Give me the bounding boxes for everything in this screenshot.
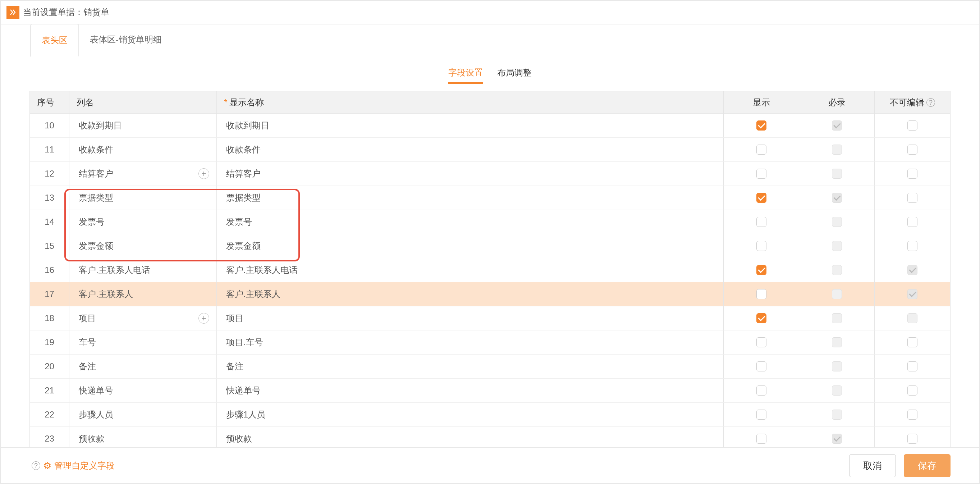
area-tabs: 表头区表体区-销货单明细: [1, 24, 979, 57]
checkbox-required: [832, 121, 842, 131]
table-body: 10收款到期日收款到期日11收款条件收款条件12结算客户+结算客户13票据类型票…: [30, 114, 950, 451]
help-icon[interactable]: ?: [926, 98, 935, 107]
cell-display-name[interactable]: 客户.主联系人: [217, 282, 724, 306]
cell-display-name[interactable]: 备注: [217, 355, 724, 378]
manage-custom-fields-link[interactable]: 管理自定义字段: [54, 460, 115, 471]
checkbox-no-edit: [907, 265, 918, 275]
cell-display-name[interactable]: 发票金额: [217, 234, 724, 258]
col-name-text: 发票号: [79, 216, 105, 228]
checkbox-show[interactable]: [756, 289, 767, 299]
table-row: 22步骤人员步骤1人员: [30, 403, 950, 427]
cell-required: [799, 258, 875, 282]
checkbox-show[interactable]: [756, 361, 767, 371]
tab-0[interactable]: 表头区: [30, 24, 79, 57]
checkbox-no-edit[interactable]: [907, 385, 918, 396]
cell-col-name: 车号: [69, 330, 217, 354]
cell-show: [724, 379, 799, 402]
cell-required: [799, 210, 875, 234]
checkbox-no-edit[interactable]: [907, 193, 918, 203]
cell-required: [799, 138, 875, 161]
cell-display-name[interactable]: 发票号: [217, 210, 724, 234]
checkbox-show[interactable]: [756, 337, 767, 347]
cell-seq: 17: [30, 282, 69, 306]
expand-sidebar-button[interactable]: [6, 6, 19, 19]
checkbox-required: [832, 434, 842, 444]
cell-no-edit: [875, 282, 950, 306]
checkbox-no-edit[interactable]: [907, 241, 918, 251]
col-name-text: 票据类型: [79, 192, 113, 204]
checkbox-show[interactable]: [756, 313, 767, 323]
col-name-text: 项目: [79, 312, 96, 324]
cell-display-name[interactable]: 步骤1人员: [217, 403, 724, 427]
checkbox-show[interactable]: [756, 145, 767, 154]
footer-right: 取消 保存: [849, 454, 951, 477]
checkbox-no-edit[interactable]: [907, 145, 918, 154]
cell-required: [799, 282, 875, 306]
col-name-text: 收款条件: [79, 144, 113, 155]
checkbox-no-edit[interactable]: [907, 337, 918, 347]
cell-no-edit: [875, 355, 950, 378]
cell-col-name: 发票金额: [69, 234, 217, 258]
cell-display-name[interactable]: 结算客户: [217, 162, 724, 186]
footer-left: ? ⚙ 管理自定义字段: [29, 460, 115, 471]
checkbox-required: [832, 145, 842, 154]
required-star-icon: *: [224, 97, 227, 108]
checkbox-show[interactable]: [756, 265, 767, 275]
cell-no-edit: [875, 330, 950, 354]
checkbox-show[interactable]: [756, 434, 767, 444]
cell-display-name[interactable]: 收款条件: [217, 138, 724, 161]
cell-required: [799, 403, 875, 427]
sub-tabs: 字段设置布局调整: [1, 57, 979, 91]
header-required: 必录: [799, 91, 875, 113]
field-table: 序号 列名 * 显示名称 显示 必录 不可编辑 ? 10收款到期日收款到期日11…: [29, 91, 951, 451]
cell-col-name: 收款到期日: [69, 114, 217, 137]
save-button[interactable]: 保存: [904, 454, 951, 477]
checkbox-required: [832, 361, 842, 371]
cell-col-name: 备注: [69, 355, 217, 378]
cell-display-name[interactable]: 客户.主联系人电话: [217, 258, 724, 282]
cell-col-name: 票据类型: [69, 186, 217, 210]
cell-display-name[interactable]: 收款到期日: [217, 114, 724, 137]
checkbox-show[interactable]: [756, 217, 767, 227]
cell-show: [724, 162, 799, 186]
table-row: 12结算客户+结算客户: [30, 162, 950, 186]
cell-seq: 19: [30, 330, 69, 354]
cell-display-name[interactable]: 项目.车号: [217, 330, 724, 354]
checkbox-show[interactable]: [756, 121, 767, 131]
cell-display-name[interactable]: 票据类型: [217, 186, 724, 210]
tab-1[interactable]: 表体区-销货单明细: [79, 24, 173, 57]
cell-no-edit: [875, 403, 950, 427]
cell-no-edit: [875, 162, 950, 186]
add-field-button[interactable]: +: [199, 168, 209, 179]
cell-show: [724, 114, 799, 137]
checkbox-show[interactable]: [756, 385, 767, 396]
cell-show: [724, 403, 799, 427]
add-field-button[interactable]: +: [199, 313, 209, 324]
cell-show: [724, 186, 799, 210]
col-name-text: 结算客户: [79, 168, 113, 180]
footer-help-icon[interactable]: ?: [32, 461, 40, 470]
checkbox-no-edit[interactable]: [907, 169, 918, 179]
cancel-button[interactable]: 取消: [849, 454, 896, 477]
checkbox-show[interactable]: [756, 169, 767, 179]
checkbox-required: [832, 385, 842, 396]
checkbox-no-edit[interactable]: [907, 121, 918, 131]
checkbox-required: [832, 337, 842, 347]
checkbox-required: [832, 169, 842, 179]
checkbox-show[interactable]: [756, 241, 767, 251]
checkbox-no-edit[interactable]: [907, 361, 918, 371]
checkbox-no-edit[interactable]: [907, 217, 918, 227]
subtab-1[interactable]: 布局调整: [497, 67, 532, 84]
cell-display-name[interactable]: 快递单号: [217, 379, 724, 402]
cell-display-name[interactable]: 项目: [217, 306, 724, 330]
cell-show: [724, 306, 799, 330]
checkbox-no-edit[interactable]: [907, 434, 918, 444]
checkbox-required: [832, 313, 842, 323]
subtab-0[interactable]: 字段设置: [448, 67, 483, 84]
checkbox-show[interactable]: [756, 409, 767, 420]
cell-show: [724, 210, 799, 234]
cell-seq: 18: [30, 306, 69, 330]
checkbox-no-edit[interactable]: [907, 409, 918, 420]
cell-no-edit: [875, 258, 950, 282]
checkbox-show[interactable]: [756, 193, 767, 203]
